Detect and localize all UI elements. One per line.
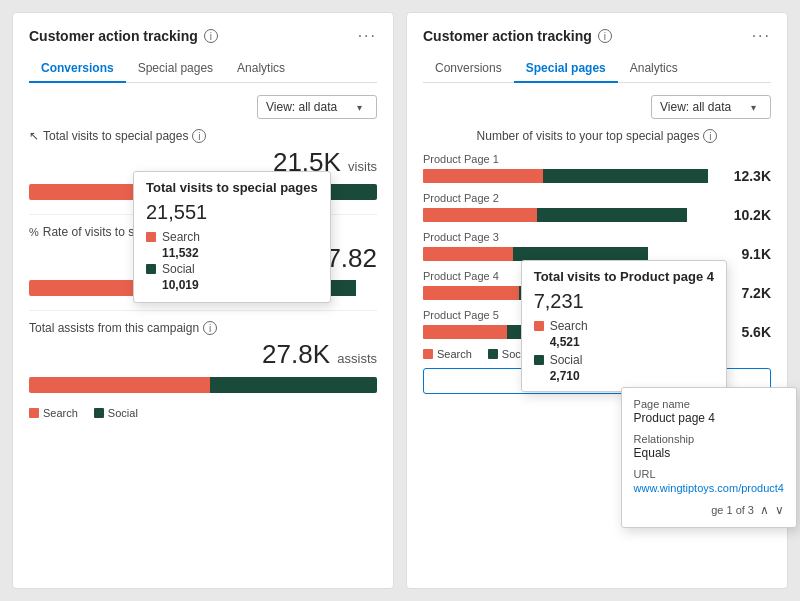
left-section1-label: ↖ Total visits to special pages i xyxy=(29,129,377,143)
right-tabs: Conversions Special pages Analytics xyxy=(423,55,771,83)
product-name-2: Product Page 2 xyxy=(423,192,771,204)
right-tooltip-social-dot xyxy=(534,355,544,365)
right-tooltip-social-row: Social xyxy=(534,353,714,367)
product-row-3: Product Page 3 9.1K xyxy=(423,231,771,262)
right-tooltip-social-value: 2,710 xyxy=(550,369,714,383)
left-tooltip: Total visits to special pages 21,551 Sea… xyxy=(133,171,331,303)
left-tooltip-social-label: Social xyxy=(162,262,195,276)
left-tab-analytics[interactable]: Analytics xyxy=(225,55,297,83)
page-nav: ge 1 of 3 ∧ ∨ xyxy=(634,503,784,517)
left-tabs: Conversions Special pages Analytics xyxy=(29,55,377,83)
left-tab-special-pages[interactable]: Special pages xyxy=(126,55,225,83)
left-dropdown-row: View: all data ▾ xyxy=(29,95,377,119)
right-bar-tooltip: Total visits to Product page 4 7,231 Sea… xyxy=(521,260,727,392)
products-list: Product Page 1 12.3K Product Page 2 10.2… xyxy=(423,153,771,340)
page-detail-relationship-value: Equals xyxy=(634,446,784,460)
left-card-title: Customer action tracking xyxy=(29,28,198,44)
product-value-5: 5.6K xyxy=(731,324,771,340)
left-legend-search-label: Search xyxy=(43,407,78,419)
left-more-button[interactable]: ··· xyxy=(358,27,377,45)
left-bar3-search xyxy=(29,377,210,393)
left-tooltip-title: Total visits to special pages xyxy=(146,180,318,195)
product-bar-row-1: 12.3K xyxy=(423,168,771,184)
product-bar-1 xyxy=(423,169,723,183)
right-tooltip-search-label: Search xyxy=(550,319,588,333)
right-card-title: Customer action tracking xyxy=(423,28,592,44)
product-bar-row-2: 10.2K xyxy=(423,207,771,223)
page-detail-name-label: Page name xyxy=(634,398,784,410)
product-bar4-search xyxy=(423,286,519,300)
left-legend-social-label: Social xyxy=(108,407,138,419)
left-title-row: Customer action tracking i xyxy=(29,28,218,44)
left-section3-value: 27.8K assists xyxy=(29,339,377,370)
product-bar1-social xyxy=(543,169,708,183)
right-dropdown-row: View: all data ▾ xyxy=(423,95,771,119)
right-card: Customer action tracking i ··· Conversio… xyxy=(406,12,788,589)
left-card: Customer action tracking i ··· Conversio… xyxy=(12,12,394,589)
left-card-header: Customer action tracking i ··· xyxy=(29,27,377,45)
left-legend-social-dot xyxy=(94,408,104,418)
page-detail-name-value: Product page 4 xyxy=(634,411,784,425)
left-section3-label: Total assists from this campaign i xyxy=(29,321,377,335)
left-bar3-social xyxy=(210,377,377,393)
left-tooltip-social-value: 10,019 xyxy=(162,278,199,292)
left-divider2 xyxy=(29,310,377,311)
right-dropdown-arrow: ▾ xyxy=(751,102,756,113)
page-detail-relationship-field: Relationship Equals xyxy=(634,433,784,460)
cursor-icon-section1: ↖ xyxy=(29,129,39,143)
product-value-2: 10.2K xyxy=(731,207,771,223)
left-legend-social: Social xyxy=(94,407,138,419)
right-tooltip-search-dot xyxy=(534,321,544,331)
nav-next-button[interactable]: ∨ xyxy=(775,503,784,517)
left-legend-search-dot xyxy=(29,408,39,418)
product-value-4: 7.2K xyxy=(731,285,771,301)
page-nav-text: ge 1 of 3 xyxy=(711,504,754,516)
section3-info-icon[interactable]: i xyxy=(203,321,217,335)
left-info-icon[interactable]: i xyxy=(204,29,218,43)
right-legend-search: Search xyxy=(423,348,472,360)
left-dropdown-label: View: all data xyxy=(266,100,337,114)
product-row-1: Product Page 1 12.3K xyxy=(423,153,771,184)
right-info-icon[interactable]: i xyxy=(598,29,612,43)
product-row-2: Product Page 2 10.2K xyxy=(423,192,771,223)
right-tab-special-pages[interactable]: Special pages xyxy=(514,55,618,83)
right-section-label: Number of visits to your top special pag… xyxy=(423,129,771,143)
right-title-row: Customer action tracking i xyxy=(423,28,612,44)
left-section3-unit: assists xyxy=(337,351,377,366)
product-name-1: Product Page 1 xyxy=(423,153,771,165)
left-dropdown[interactable]: View: all data ▾ xyxy=(257,95,377,119)
right-section-info-icon[interactable]: i xyxy=(703,129,717,143)
right-legend-search-dot xyxy=(423,349,433,359)
right-dropdown-label: View: all data xyxy=(660,100,731,114)
page-detail-url-label: URL xyxy=(634,468,784,480)
left-tooltip-search-row: Search xyxy=(146,230,318,244)
product-bar1-search xyxy=(423,169,543,183)
product-bar2-social xyxy=(537,208,687,222)
right-card-header: Customer action tracking i ··· xyxy=(423,27,771,45)
right-legend-search-label: Search xyxy=(437,348,472,360)
page-detail-tooltip: Page name Product page 4 Relationship Eq… xyxy=(621,387,797,528)
product-bar-2 xyxy=(423,208,723,222)
right-dropdown[interactable]: View: all data ▾ xyxy=(651,95,771,119)
product-row-4: Product Page 4 7.2K Total visits to Prod… xyxy=(423,270,771,301)
left-section3-bar xyxy=(29,377,377,393)
product-bar2-search xyxy=(423,208,537,222)
page-detail-url-value[interactable]: www.wingtiptoys.com/product4 xyxy=(634,482,784,494)
right-tab-analytics[interactable]: Analytics xyxy=(618,55,690,83)
left-tab-conversions[interactable]: Conversions xyxy=(29,55,126,83)
product-bar3-social xyxy=(513,247,648,261)
product-name-3: Product Page 3 xyxy=(423,231,771,243)
left-legend-search: Search xyxy=(29,407,78,419)
right-tab-conversions[interactable]: Conversions xyxy=(423,55,514,83)
nav-prev-button[interactable]: ∧ xyxy=(760,503,769,517)
right-tooltip-title: Total visits to Product page 4 xyxy=(534,269,714,284)
left-tooltip-search-dot xyxy=(146,232,156,242)
product-value-1: 12.3K xyxy=(731,168,771,184)
product-bar-3 xyxy=(423,247,723,261)
right-tooltip-total: 7,231 xyxy=(534,290,714,313)
product-bar5-search xyxy=(423,325,507,339)
right-more-button[interactable]: ··· xyxy=(752,27,771,45)
section1-info-icon[interactable]: i xyxy=(192,129,206,143)
left-tooltip-social-dot xyxy=(146,264,156,274)
left-dropdown-arrow: ▾ xyxy=(357,102,362,113)
